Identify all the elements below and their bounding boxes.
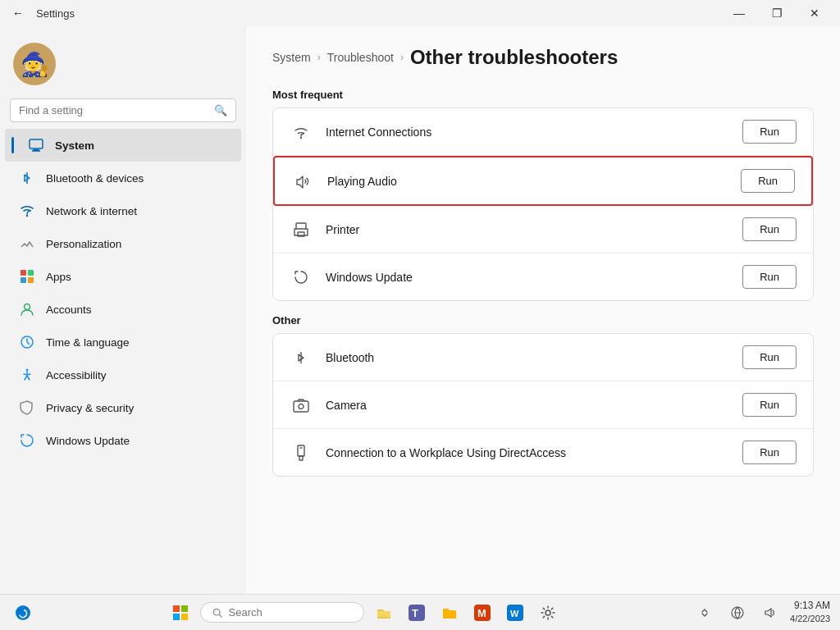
svg-rect-23 bbox=[173, 614, 180, 620]
svg-point-10 bbox=[26, 369, 29, 372]
windows-update-ts-name: Windows Update bbox=[326, 271, 729, 284]
sidebar-item-windows-update[interactable]: Windows Update bbox=[5, 424, 241, 457]
maximize-button[interactable]: ❐ bbox=[758, 0, 796, 26]
sidebar-search-container[interactable]: 🔍 bbox=[10, 98, 236, 122]
printer-icon bbox=[290, 218, 313, 241]
search-input[interactable] bbox=[19, 104, 214, 116]
sidebar-item-personalization[interactable]: Personalization bbox=[5, 227, 241, 260]
taskbar-language-icon[interactable] bbox=[724, 600, 751, 626]
svg-point-11 bbox=[300, 136, 302, 138]
windows-update-icon bbox=[18, 431, 36, 450]
item-windows-update-ts: Windows Update Run bbox=[273, 253, 813, 300]
accessibility-icon bbox=[18, 366, 36, 384]
sidebar-label-bluetooth: Bluetooth & devices bbox=[46, 172, 144, 185]
item-playing-audio: Playing Audio Run bbox=[273, 156, 813, 206]
main-layout: 🧙 🔍 System bbox=[0, 26, 840, 594]
settings-taskbar-icon[interactable] bbox=[535, 600, 561, 626]
camera-name: Camera bbox=[326, 399, 729, 412]
internet-connections-name: Internet Connections bbox=[326, 126, 729, 139]
taskbar-edge-icon[interactable] bbox=[10, 600, 36, 626]
breadcrumb-sep-1: › bbox=[317, 52, 321, 63]
time-display[interactable]: 9:13 AM 4/22/2023 bbox=[790, 599, 830, 625]
personalization-icon bbox=[18, 235, 36, 253]
run-windows-update[interactable]: Run bbox=[742, 265, 797, 289]
svg-point-33 bbox=[546, 610, 550, 615]
search-icon: 🔍 bbox=[214, 104, 227, 116]
sidebar-item-accounts[interactable]: Accounts bbox=[5, 293, 241, 326]
sidebar-label-time: Time & language bbox=[46, 336, 130, 349]
svg-rect-17 bbox=[298, 445, 304, 456]
svg-rect-22 bbox=[181, 605, 188, 612]
sidebar-item-time[interactable]: Time & language bbox=[5, 326, 241, 358]
section-most-frequent: Most frequent Internet Connections Run bbox=[272, 89, 814, 301]
sidebar-label-system: System bbox=[55, 139, 94, 152]
minimize-button[interactable]: — bbox=[720, 0, 758, 26]
bluetooth-icon bbox=[18, 169, 36, 187]
svg-point-8 bbox=[25, 304, 30, 310]
sidebar-item-apps[interactable]: Apps bbox=[5, 260, 241, 293]
sidebar-item-network[interactable]: Network & internet bbox=[5, 194, 241, 227]
taskbar-time: 9:13 AM bbox=[790, 599, 830, 613]
accounts-icon bbox=[18, 300, 36, 318]
taskbar-chevron-icon[interactable] bbox=[692, 600, 718, 626]
run-playing-audio[interactable]: Run bbox=[741, 169, 795, 193]
taskbar-volume-icon[interactable] bbox=[757, 600, 783, 626]
sidebar-label-accounts: Accounts bbox=[46, 304, 92, 316]
camera-icon bbox=[290, 394, 313, 417]
back-button[interactable]: ← bbox=[7, 2, 30, 25]
sidebar-label-personalization: Personalization bbox=[46, 238, 121, 250]
windows-update-ts-icon bbox=[290, 266, 313, 289]
breadcrumb-troubleshoot[interactable]: Troubleshoot bbox=[327, 51, 394, 64]
sidebar-label-apps: Apps bbox=[46, 271, 71, 283]
run-bluetooth[interactable]: Run bbox=[742, 345, 797, 369]
breadcrumb-system[interactable]: System bbox=[272, 51, 311, 64]
taskbar-store-icon[interactable]: W bbox=[502, 600, 528, 626]
sidebar-item-accessibility[interactable]: Accessibility bbox=[5, 358, 241, 391]
svg-rect-4 bbox=[21, 270, 26, 276]
run-printer[interactable]: Run bbox=[742, 217, 797, 241]
close-button[interactable]: ✕ bbox=[796, 0, 833, 26]
breadcrumb-current: Other troubleshooters bbox=[410, 46, 618, 69]
sidebar-item-system[interactable]: System bbox=[5, 129, 241, 162]
taskbar-teams-icon[interactable]: T bbox=[404, 600, 430, 626]
svg-rect-0 bbox=[30, 139, 43, 148]
avatar: 🧙 bbox=[13, 43, 56, 85]
svg-rect-21 bbox=[173, 605, 180, 612]
taskbar-search-input[interactable] bbox=[229, 606, 352, 619]
section-title-other: Other bbox=[272, 314, 814, 326]
windows-logo-icon[interactable] bbox=[167, 600, 194, 626]
titlebar-left: ← Settings bbox=[7, 2, 75, 25]
sidebar-item-bluetooth[interactable]: Bluetooth & devices bbox=[5, 162, 241, 194]
run-internet-connections[interactable]: Run bbox=[742, 120, 797, 144]
svg-text:M: M bbox=[477, 607, 486, 619]
svg-rect-18 bbox=[299, 456, 303, 460]
svg-point-16 bbox=[299, 404, 304, 409]
titlebar-controls: — ❐ ✕ bbox=[720, 0, 833, 26]
taskbar: T M W bbox=[0, 594, 840, 630]
sidebar-label-privacy: Privacy & security bbox=[46, 402, 134, 414]
svg-rect-5 bbox=[28, 270, 34, 276]
run-camera[interactable]: Run bbox=[742, 393, 797, 417]
breadcrumb-sep-2: › bbox=[400, 52, 404, 63]
svg-rect-6 bbox=[21, 277, 26, 283]
sidebar-label-network: Network & internet bbox=[46, 205, 137, 217]
most-frequent-list: Internet Connections Run Playing Audio R… bbox=[272, 107, 814, 301]
bluetooth-ts-icon bbox=[290, 346, 313, 369]
svg-text:T: T bbox=[412, 607, 418, 619]
run-workplace[interactable]: Run bbox=[742, 441, 797, 464]
taskbar-search-bar[interactable] bbox=[200, 602, 364, 623]
taskbar-right: 9:13 AM 4/22/2023 bbox=[692, 599, 830, 625]
svg-text:W: W bbox=[510, 609, 519, 619]
taskbar-folder-icon[interactable] bbox=[436, 600, 463, 626]
other-list: Bluetooth Run Camera Run bbox=[272, 333, 814, 477]
svg-rect-15 bbox=[294, 401, 308, 412]
section-title-most-frequent: Most frequent bbox=[272, 89, 814, 101]
sidebar: 🧙 🔍 System bbox=[0, 26, 246, 594]
taskbar-left bbox=[10, 600, 36, 626]
taskbar-file-explorer-icon[interactable] bbox=[371, 600, 397, 626]
time-icon bbox=[18, 333, 36, 351]
svg-rect-7 bbox=[28, 277, 34, 283]
svg-rect-24 bbox=[181, 614, 188, 620]
taskbar-office-icon[interactable]: M bbox=[469, 600, 495, 626]
sidebar-item-privacy[interactable]: Privacy & security bbox=[5, 391, 241, 424]
